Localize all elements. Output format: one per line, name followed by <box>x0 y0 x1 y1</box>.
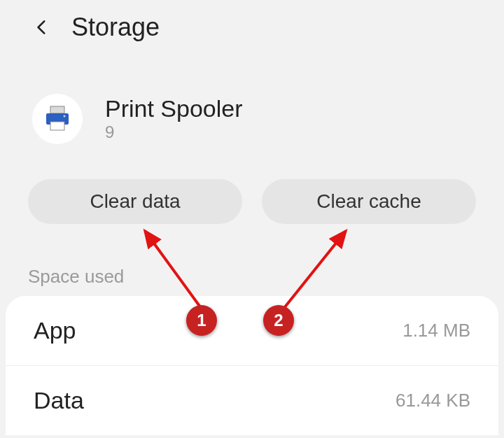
row-value: 61.44 KB <box>396 390 470 411</box>
clear-data-button[interactable]: Clear data <box>28 179 242 224</box>
svg-point-3 <box>64 115 66 118</box>
app-info: Print Spooler 9 <box>0 55 504 151</box>
page-title: Storage <box>71 13 160 42</box>
row-data[interactable]: Data 61.44 KB <box>6 366 498 435</box>
svg-rect-0 <box>50 106 64 113</box>
app-name: Print Spooler <box>105 95 243 122</box>
space-used-card: App 1.14 MB Data 61.44 KB <box>6 296 498 435</box>
row-label: Data <box>34 387 84 414</box>
svg-rect-2 <box>50 122 64 130</box>
app-meta: Print Spooler 9 <box>105 94 243 142</box>
chevron-left-icon <box>33 18 51 36</box>
row-label: App <box>34 317 76 344</box>
printer-icon <box>41 102 74 136</box>
app-version: 9 <box>105 122 243 142</box>
back-button[interactable] <box>32 17 52 37</box>
section-label: Space used <box>0 245 504 296</box>
buttons-row: Clear data Clear cache <box>0 151 504 245</box>
clear-cache-button[interactable]: Clear cache <box>262 179 476 224</box>
row-value: 1.14 MB <box>402 320 470 341</box>
row-app[interactable]: App 1.14 MB <box>6 296 498 366</box>
app-icon <box>32 94 83 144</box>
header: Storage <box>0 0 504 55</box>
